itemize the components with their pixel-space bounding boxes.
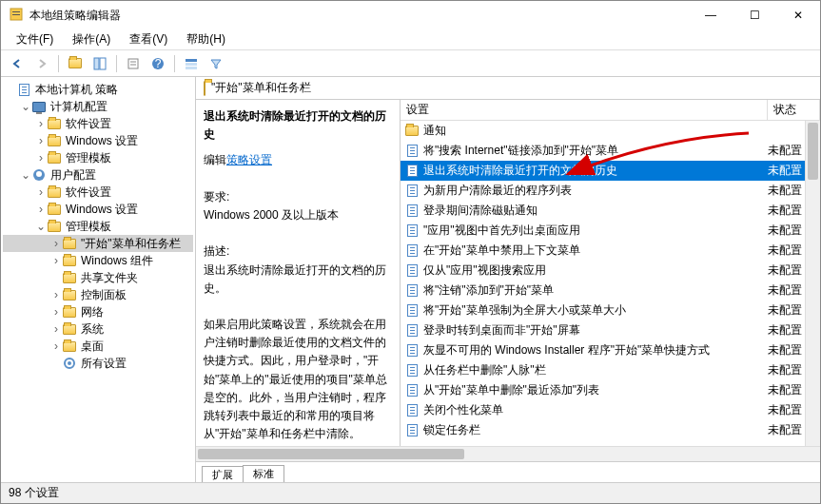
- tree-item[interactable]: ›桌面: [3, 338, 193, 355]
- list-row[interactable]: 将"开始"菜单强制为全屏大小或菜单大小未配置: [401, 300, 820, 320]
- list-row[interactable]: 退出系统时清除最近打开的文档的历史未配置: [401, 161, 820, 181]
- expand-icon[interactable]: ›: [35, 203, 47, 216]
- tree-item[interactable]: ›系统: [3, 320, 193, 338]
- header-bar: "开始"菜单和任务栏: [196, 77, 820, 100]
- properties-button[interactable]: [123, 53, 144, 74]
- expand-icon[interactable]: ›: [35, 151, 47, 165]
- expand-icon[interactable]: ›: [50, 254, 62, 267]
- list-row[interactable]: 仅从"应用"视图搜索应用未配置: [401, 261, 820, 281]
- row-label: 在"开始"菜单中禁用上下文菜单: [423, 242, 768, 259]
- expand-icon[interactable]: ›: [35, 134, 47, 147]
- horizontal-scrollbar[interactable]: [196, 446, 820, 461]
- list-row[interactable]: 从"开始"菜单中删除"最近添加"列表未配置: [401, 380, 820, 400]
- folder-icon: [62, 339, 77, 354]
- row-label: 关闭个性化菜单: [423, 402, 768, 418]
- list-row[interactable]: 登录期间清除磁贴通知未配置: [401, 201, 820, 221]
- scrollbar-thumb[interactable]: [198, 449, 464, 459]
- vertical-scrollbar[interactable]: [805, 121, 820, 446]
- list-row[interactable]: "应用"视图中首先列出桌面应用未配置: [401, 221, 820, 241]
- expand-icon[interactable]: ⌄: [20, 168, 31, 182]
- list-row[interactable]: 登录时转到桌面而非"开始"屏幕未配置: [401, 320, 820, 340]
- row-label: 将"搜索 Internet"链接添加到"开始"菜单: [423, 143, 768, 159]
- minimize-button[interactable]: —: [689, 1, 733, 29]
- list-row[interactable]: 将"搜索 Internet"链接添加到"开始"菜单未配置: [401, 141, 820, 161]
- column-setting[interactable]: 设置: [401, 100, 768, 120]
- list-row[interactable]: 锁定任务栏未配置: [401, 420, 820, 440]
- expand-icon[interactable]: ⌄: [35, 220, 47, 233]
- expand-icon[interactable]: ›: [50, 305, 62, 319]
- column-state[interactable]: 状态: [768, 100, 820, 120]
- folder-icon: [62, 253, 77, 268]
- selected-policy-title: 退出系统时清除最近打开的文档的历史: [204, 107, 392, 144]
- computer-icon: [31, 99, 47, 114]
- list-row[interactable]: 灰显不可用的 Windows Installer 程序"开始"菜单快捷方式未配置: [401, 340, 820, 360]
- list-row[interactable]: 通知: [401, 121, 820, 141]
- expand-icon[interactable]: ›: [50, 322, 62, 336]
- expand-icon[interactable]: ›: [50, 288, 62, 301]
- tree-item[interactable]: ›Windows 设置: [3, 201, 193, 218]
- back-button[interactable]: [7, 53, 28, 74]
- expand-icon[interactable]: ⌄: [20, 100, 31, 113]
- list-row[interactable]: 关闭个性化菜单未配置: [401, 400, 820, 420]
- menu-help[interactable]: 帮助(H): [179, 29, 233, 49]
- tree-computer-config[interactable]: ⌄计算机配置: [3, 98, 193, 115]
- row-label: "应用"视图中首先列出桌面应用: [423, 223, 768, 239]
- tree-label: 共享文件夹: [81, 270, 138, 286]
- tree-label: 控制面板: [81, 287, 127, 303]
- edit-prefix: 编辑: [204, 153, 226, 166]
- tab-standard[interactable]: 标准: [243, 465, 284, 482]
- tree-user-config[interactable]: ⌄用户配置: [3, 166, 193, 184]
- tree-label: 用户配置: [50, 167, 96, 184]
- close-button[interactable]: ✕: [776, 1, 820, 29]
- svg-rect-1: [12, 11, 20, 12]
- list-row[interactable]: 在"开始"菜单中禁用上下文菜单未配置: [401, 241, 820, 261]
- menu-file[interactable]: 文件(F): [9, 29, 61, 49]
- menu-view[interactable]: 查看(V): [122, 29, 175, 49]
- tree-label: 管理模板: [66, 150, 111, 166]
- folder-icon: [47, 133, 62, 148]
- tree-start-taskbar[interactable]: ›"开始"菜单和任务栏: [3, 235, 193, 252]
- list-row[interactable]: 为新用户清除最近的程序列表未配置: [401, 181, 820, 201]
- expand-icon[interactable]: ›: [35, 185, 47, 199]
- policy-icon: [404, 244, 420, 257]
- list-row[interactable]: 将"注销"添加到"开始"菜单未配置: [401, 281, 820, 300]
- tab-extended[interactable]: 扩展: [202, 466, 244, 482]
- tree-item[interactable]: ⌄管理模板: [3, 218, 193, 235]
- help-button[interactable]: ?: [147, 53, 168, 74]
- list-row[interactable]: 从任务栏中删除"人脉"栏未配置: [401, 360, 820, 380]
- tree-item[interactable]: ›网络: [3, 303, 193, 320]
- row-label: 登录期间清除磁贴通知: [423, 203, 768, 219]
- tree-item[interactable]: 共享文件夹: [3, 269, 193, 286]
- nav-tree[interactable]: 本地计算机 策略 ⌄计算机配置 ›软件设置 ›Windows 设置 ›管理模板 …: [1, 77, 196, 482]
- expand-icon[interactable]: ›: [50, 339, 62, 353]
- tree-item[interactable]: ›Windows 组件: [3, 252, 193, 269]
- tree-label: "开始"菜单和任务栏: [81, 236, 181, 252]
- filter-button[interactable]: [205, 53, 226, 74]
- tree-item[interactable]: ›管理模板: [3, 149, 193, 166]
- svg-rect-2: [12, 14, 20, 15]
- list-body[interactable]: 通知将"搜索 Internet"链接添加到"开始"菜单未配置退出系统时清除最近打…: [401, 121, 820, 446]
- tree-item[interactable]: ›控制面板: [3, 286, 193, 303]
- tree-root[interactable]: 本地计算机 策略: [3, 81, 193, 98]
- tree-item[interactable]: ›Windows 设置: [3, 132, 193, 149]
- expand-icon[interactable]: ›: [50, 237, 62, 250]
- up-button[interactable]: [65, 53, 86, 74]
- folder-icon: [47, 219, 62, 234]
- scrollbar-thumb[interactable]: [808, 123, 818, 180]
- settings-list: 设置 状态 通知将"搜索 Internet"链接添加到"开始"菜单未配置退出系统…: [401, 100, 820, 446]
- maximize-button[interactable]: ☐: [733, 1, 776, 29]
- show-tree-button[interactable]: [89, 53, 110, 74]
- tree-item[interactable]: ›软件设置: [3, 115, 193, 132]
- edit-policy-link[interactable]: 策略设置: [226, 153, 272, 166]
- list-header: 设置 状态: [401, 100, 820, 121]
- tree-item[interactable]: ›软件设置: [3, 184, 193, 201]
- expand-icon[interactable]: ›: [35, 117, 47, 130]
- tree-item[interactable]: 所有设置: [3, 355, 193, 372]
- user-icon: [31, 167, 47, 183]
- menu-action[interactable]: 操作(A): [65, 29, 118, 49]
- svg-rect-9: [186, 63, 197, 66]
- row-label: 将"注销"添加到"开始"菜单: [423, 282, 768, 299]
- row-label: 灰显不可用的 Windows Installer 程序"开始"菜单快捷方式: [423, 342, 768, 359]
- extended-view-button[interactable]: [181, 53, 202, 74]
- forward-button[interactable]: [31, 53, 52, 74]
